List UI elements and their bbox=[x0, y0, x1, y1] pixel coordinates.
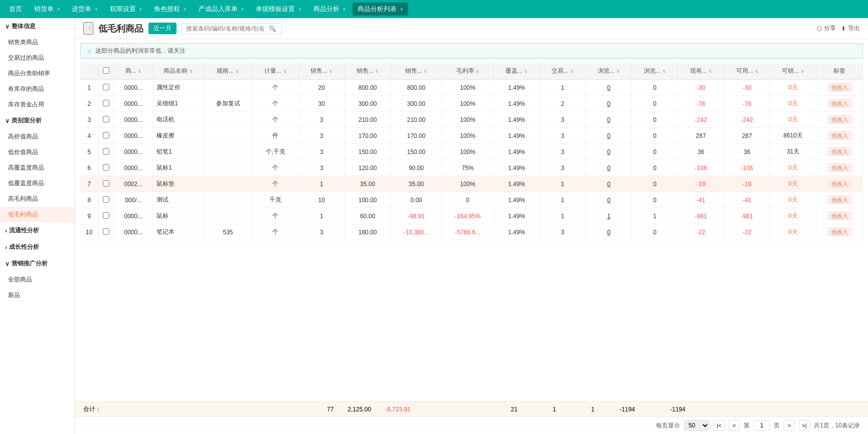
row-checkbox[interactable] bbox=[103, 228, 109, 235]
cell-browse1[interactable]: 0 bbox=[586, 192, 632, 208]
prev-page-button[interactable]: < bbox=[729, 420, 740, 431]
nav-purchase-order[interactable]: 进货单 × bbox=[67, 3, 102, 16]
sidebar-item-low-coverage[interactable]: 低覆盖度商品 bbox=[0, 176, 75, 191]
browse1-link[interactable]: 0 bbox=[607, 165, 611, 172]
sidebar-group-marketing[interactable]: ∨ 营销推广分析 bbox=[0, 255, 75, 272]
th-browse2[interactable]: 浏览... ⇅ bbox=[632, 63, 678, 80]
cell-browse1[interactable]: 0 bbox=[586, 176, 632, 192]
nav-analysis-list[interactable]: 商品分析列表 × bbox=[353, 3, 408, 16]
search-input[interactable] bbox=[186, 25, 266, 32]
sidebar-item-high-value[interactable]: 高价值商品 bbox=[0, 129, 75, 144]
sidebar-item-all-products[interactable]: 全部商品 bbox=[0, 272, 75, 287]
nav-permissions[interactable]: 权限设置 × bbox=[105, 3, 147, 16]
browse1-link[interactable]: 0 bbox=[607, 181, 611, 188]
browse1-link[interactable]: 0 bbox=[607, 197, 611, 204]
cell-browse1[interactable]: 0 bbox=[586, 160, 632, 176]
sidebar-group-growth[interactable]: › 成长性分析 bbox=[0, 239, 75, 255]
browse1-link[interactable]: 1 bbox=[607, 213, 611, 220]
cell-checkbox[interactable] bbox=[98, 160, 113, 176]
browse1-link[interactable]: 0 bbox=[607, 149, 611, 156]
th-amount[interactable]: 销售... ⇅ bbox=[391, 63, 442, 80]
th-sellable[interactable]: 可销... ⇅ bbox=[770, 63, 816, 80]
nav-close-purchase[interactable]: × bbox=[95, 7, 98, 12]
sidebar-group-circulation[interactable]: › 流通性分析 bbox=[0, 222, 75, 239]
sidebar-item-low-margin[interactable]: 低毛利商品 bbox=[0, 207, 75, 222]
nav-close-role[interactable]: × bbox=[184, 7, 187, 12]
cell-browse1[interactable]: 0 bbox=[586, 224, 632, 240]
nav-close-list[interactable]: × bbox=[400, 7, 403, 12]
th-checkbox[interactable] bbox=[98, 63, 113, 80]
th-coverage[interactable]: 覆盖... ⇅ bbox=[493, 63, 540, 80]
export-button[interactable]: ⬆ 导出 bbox=[841, 24, 860, 33]
cell-browse1[interactable]: 0 bbox=[586, 112, 632, 128]
nav-close-sales[interactable]: × bbox=[57, 7, 60, 12]
sidebar-item-traded-products[interactable]: 交易过的商品 bbox=[0, 50, 75, 66]
th-gross-rate[interactable]: 毛利率 ⇅ bbox=[442, 63, 493, 80]
th-code[interactable]: 商... ⇅ bbox=[113, 63, 153, 80]
browse1-link[interactable]: 0 bbox=[607, 84, 611, 91]
th-browse1[interactable]: 浏览... ⇅ bbox=[586, 63, 632, 80]
sidebar-item-category-rate[interactable]: 商品分类助销率 bbox=[0, 66, 75, 81]
nav-close-template[interactable]: × bbox=[298, 7, 301, 12]
last-page-button[interactable]: >| bbox=[799, 420, 810, 431]
sidebar-item-high-margin[interactable]: 高毛利商品 bbox=[0, 191, 75, 207]
sidebar-item-in-stock[interactable]: 有库存的商品 bbox=[0, 81, 75, 97]
row-checkbox[interactable] bbox=[103, 132, 109, 138]
sidebar-item-capital[interactable]: 库存资金占用 bbox=[0, 97, 75, 112]
cell-browse1[interactable]: 0 bbox=[586, 96, 632, 112]
sidebar-item-high-coverage[interactable]: 高覆盖度商品 bbox=[0, 160, 75, 176]
row-checkbox[interactable] bbox=[103, 84, 109, 90]
cell-checkbox[interactable] bbox=[98, 80, 113, 96]
per-page-select[interactable]: 50 100 200 bbox=[684, 420, 710, 431]
nav-close-product[interactable]: × bbox=[241, 7, 244, 12]
nav-product-analysis[interactable]: 商品分析 × bbox=[308, 3, 351, 16]
sidebar-collapse-button[interactable]: 《 bbox=[83, 22, 93, 35]
search-icon[interactable]: 🔍 bbox=[269, 25, 276, 32]
sidebar-item-sales-products[interactable]: 销售类商品 bbox=[0, 35, 75, 50]
nav-role-auth[interactable]: 角色授权 × bbox=[149, 3, 191, 16]
sidebar-item-low-value[interactable]: 低价值商品 bbox=[0, 144, 75, 160]
nav-product-entry[interactable]: 产成品入库单 × bbox=[194, 3, 249, 16]
nav-sales-order[interactable]: 销货单 × bbox=[29, 3, 65, 16]
row-checkbox[interactable] bbox=[103, 196, 109, 203]
th-name[interactable]: 商品名称 ⇅ bbox=[153, 63, 204, 80]
next-page-button[interactable]: > bbox=[784, 420, 795, 431]
th-price[interactable]: 销售... ⇅ bbox=[344, 63, 391, 80]
browse1-link[interactable]: 0 bbox=[607, 116, 611, 123]
th-stock[interactable]: 现有... ⇅ bbox=[678, 63, 724, 80]
th-spec[interactable]: 规格... ⇅ bbox=[204, 63, 253, 80]
row-checkbox[interactable] bbox=[103, 148, 109, 155]
row-checkbox[interactable] bbox=[103, 164, 109, 171]
th-qty[interactable]: 销售... ⇅ bbox=[298, 63, 344, 80]
cell-checkbox[interactable] bbox=[98, 224, 113, 240]
cell-browse1[interactable]: 0 bbox=[586, 144, 632, 160]
select-all-checkbox[interactable] bbox=[103, 67, 109, 74]
cell-checkbox[interactable] bbox=[98, 128, 113, 144]
cell-browse1[interactable]: 0 bbox=[586, 128, 632, 144]
cell-checkbox[interactable] bbox=[98, 208, 113, 224]
sidebar-group-category[interactable]: ∨ 类别室分析 bbox=[0, 112, 75, 129]
row-checkbox[interactable] bbox=[103, 180, 109, 187]
nav-template-settings[interactable]: 单据模板设置 × bbox=[251, 3, 306, 16]
first-page-button[interactable]: |< bbox=[714, 420, 725, 431]
cell-browse1[interactable]: 1 bbox=[586, 208, 632, 224]
browse1-link[interactable]: 0 bbox=[607, 100, 611, 107]
th-trade[interactable]: 交易... ⇅ bbox=[540, 63, 586, 80]
sidebar-group-overall[interactable]: ∨ 整体信息 bbox=[0, 18, 75, 35]
time-filter-button[interactable]: 近一月 bbox=[148, 23, 177, 34]
th-unit[interactable]: 计量... ⇅ bbox=[252, 63, 298, 80]
row-checkbox[interactable] bbox=[103, 116, 109, 122]
cell-checkbox[interactable] bbox=[98, 176, 113, 192]
row-checkbox[interactable] bbox=[103, 212, 109, 219]
browse1-link[interactable]: 0 bbox=[607, 229, 611, 236]
th-usable[interactable]: 可用... ⇅ bbox=[724, 63, 770, 80]
cell-checkbox[interactable] bbox=[98, 192, 113, 208]
browse1-link[interactable]: 0 bbox=[607, 132, 611, 139]
sidebar-item-new-products[interactable]: 新品 bbox=[0, 287, 75, 303]
cell-checkbox[interactable] bbox=[98, 144, 113, 160]
nav-home[interactable]: 首页 bbox=[4, 3, 27, 16]
row-checkbox[interactable] bbox=[103, 100, 109, 106]
search-box[interactable]: 🔍 bbox=[182, 23, 282, 34]
cell-browse1[interactable]: 0 bbox=[586, 80, 632, 96]
nav-close-permissions[interactable]: × bbox=[139, 7, 142, 12]
